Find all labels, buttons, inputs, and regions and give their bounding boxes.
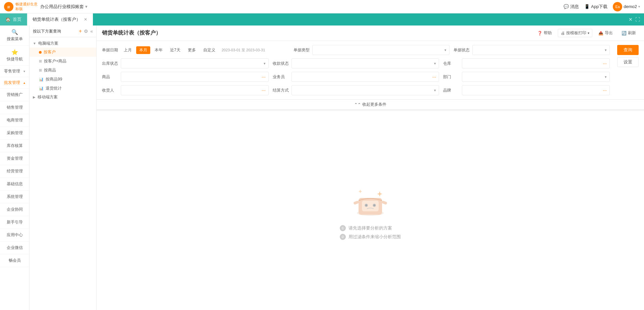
- sidebar-item-cooperation[interactable]: 企业协同: [0, 203, 29, 216]
- page-header: 销货单统计表（按客户） ❓ 帮助 🖨 按模板打印 ▾ 📤 导出 🔄 刷新: [97, 25, 644, 41]
- sidebar-item-search[interactable]: 🔍 搜索菜单: [0, 25, 29, 46]
- sidebar-item-vip[interactable]: 畅会员: [0, 254, 29, 267]
- sidebar-item-wholesale[interactable]: 批发管理 ▴: [0, 77, 29, 89]
- scheme-item-icon-grid2: ⊞: [39, 68, 42, 72]
- content-area: 销货单统计表（按客户） ❓ 帮助 🖨 按模板打印 ▾ 📤 导出 🔄 刷新: [97, 25, 644, 310]
- svg-rect-9: [353, 201, 359, 205]
- tab-bar-actions: ✕ ⛶: [629, 17, 644, 22]
- dept-control[interactable]: ▾: [462, 72, 610, 82]
- filter-consignee: 收货人 ···: [102, 85, 269, 95]
- svg-rect-4: [362, 201, 379, 211]
- consignee-label: 收货人: [102, 88, 119, 93]
- sidebar-item-retail[interactable]: 零售管理 ▾: [0, 66, 29, 77]
- filter-area: 单据日期 上月 本月 本年 近7天 更多 自定义 2023-03-01 至 20…: [97, 41, 644, 100]
- page-actions: ❓ 帮助 🖨 按模板打印 ▾ 📤 导出 🔄 刷新: [535, 29, 639, 41]
- scheme-item-return-stat[interactable]: 📊 退货统计: [30, 84, 96, 93]
- scheme-active-dot: [39, 51, 42, 54]
- sidebar-item-purchase[interactable]: 采购管理: [0, 127, 29, 140]
- brand-label: 品牌: [443, 88, 460, 93]
- top-bar: 好 畅捷通好生意 标版 办公用品行业模拟账套 ▾ 💬 消息 📱 App下载 Ea…: [0, 0, 644, 13]
- settle-control[interactable]: ▾: [291, 85, 439, 95]
- date-this-month-btn[interactable]: 本月: [136, 46, 150, 54]
- filter-employee: 业务员 ···: [273, 72, 439, 82]
- user-menu[interactable]: Ea demo2 ▾: [613, 2, 640, 11]
- sidebar-item-guide[interactable]: 新手引导: [0, 216, 29, 229]
- export-btn[interactable]: 📤 导出: [596, 29, 615, 37]
- sidebar-item-sales-mgmt[interactable]: 销售管理: [0, 101, 29, 114]
- filter-product: 商品 ···: [102, 72, 269, 82]
- employee-control[interactable]: ···: [291, 72, 439, 82]
- date-last-month-btn[interactable]: 上月: [121, 46, 135, 54]
- help-btn[interactable]: ❓ 帮助: [535, 29, 554, 37]
- dept-label: 部门: [443, 74, 460, 80]
- message-btn[interactable]: 💬 消息: [564, 4, 579, 10]
- tab-sales-stat[interactable]: 销货单统计表（按客户） ✕: [27, 13, 93, 25]
- empty-illustration: [350, 181, 390, 218]
- search-btn[interactable]: 查询: [617, 45, 639, 55]
- tip-num-1: ①: [340, 225, 346, 231]
- out-status-arrow-icon: ▾: [264, 61, 266, 66]
- filter-doc-type: 单据类型 ▾: [293, 45, 450, 55]
- out-status-control[interactable]: ▾: [121, 58, 269, 68]
- tab-home[interactable]: 🏠 首页: [0, 13, 27, 25]
- filter-out-status: 出库状态 ▾: [102, 58, 269, 68]
- doc-status-arrow-icon: ▾: [605, 48, 607, 52]
- empty-state: ① 请先选择要分析的方案 ② 用过滤条件来缩小分析范围: [97, 111, 644, 310]
- scheme-group-mobile-title[interactable]: ▶ 移动端方案: [30, 93, 96, 101]
- sidebar-item-basics[interactable]: 基础信息: [0, 178, 29, 191]
- filter-row-3: 商品 ··· 业务员 ···: [102, 72, 610, 82]
- scheme-settings-btn[interactable]: ⚙: [84, 29, 88, 34]
- filter-date: 单据日期 上月 本月 本年 近7天 更多 自定义 2023-03-01 至 20…: [102, 46, 289, 54]
- svg-point-8: [373, 204, 375, 206]
- scheme-group-desktop: ▼ 电脑端方案 按客户 ⊞ 按客户+商品 ⊞ 按商品 📊 按商品99: [30, 39, 96, 93]
- doc-status-control[interactable]: ▾: [472, 45, 610, 55]
- window-maximize-btn[interactable]: ⛶: [635, 17, 640, 22]
- scheme-group-desktop-arrow: ▼: [33, 42, 36, 45]
- window-close-btn[interactable]: ✕: [629, 17, 633, 22]
- refresh-btn[interactable]: 🔄 刷新: [619, 29, 639, 37]
- tip-num-2: ②: [340, 234, 346, 240]
- empty-tip-2: ② 用过滤条件来缩小分析范围: [340, 234, 401, 240]
- product-control[interactable]: ···: [121, 72, 269, 82]
- print-btn[interactable]: 🖨 按模板打印 ▾: [558, 29, 592, 37]
- app-download-btn[interactable]: 📱 App下载: [584, 4, 607, 10]
- sidebar-item-appcenter[interactable]: 应用中心: [0, 229, 29, 242]
- consignee-control[interactable]: ···: [121, 85, 269, 95]
- print-dropdown-icon: ▾: [588, 31, 589, 35]
- doc-type-control[interactable]: ▾: [312, 45, 450, 55]
- scheme-collapse-btn[interactable]: «: [90, 29, 93, 34]
- date-last7-btn[interactable]: 近7天: [167, 46, 183, 54]
- date-more-btn[interactable]: 更多: [185, 46, 199, 54]
- filter-brand: 品牌 ···: [443, 85, 610, 95]
- warehouse-dots-icon[interactable]: ···: [603, 61, 607, 66]
- scheme-item-by-product[interactable]: ⊞ 按商品: [30, 66, 96, 75]
- scheme-item-by-product-99[interactable]: 📊 按商品99: [30, 75, 96, 84]
- date-this-year-btn[interactable]: 本年: [152, 46, 166, 54]
- product-dots-icon[interactable]: ···: [262, 74, 266, 80]
- scheme-group-desktop-title[interactable]: ▼ 电脑端方案: [30, 39, 96, 48]
- warehouse-control[interactable]: ···: [462, 58, 610, 68]
- sidebar-item-ecommerce[interactable]: 电商管理: [0, 114, 29, 127]
- consignee-dots-icon[interactable]: ···: [262, 88, 266, 93]
- scheme-item-by-customer[interactable]: 按客户: [30, 48, 96, 57]
- sidebar-item-operations[interactable]: 经营管理: [0, 165, 29, 178]
- scheme-panel-title: 按以下方案查询: [33, 29, 77, 34]
- date-custom-btn[interactable]: 自定义: [200, 46, 218, 54]
- receipt-status-control[interactable]: ▾: [291, 58, 439, 68]
- sidebar-item-enterprise-wechat[interactable]: 企业微信: [0, 242, 29, 254]
- sidebar-item-quick-nav[interactable]: ⭐ 快捷导航: [0, 46, 29, 66]
- sidebar-item-marketing[interactable]: 营销推广: [0, 89, 29, 101]
- collapse-more-btn[interactable]: ⌃⌃ 收起更多条件: [354, 102, 386, 107]
- brand-dots-icon[interactable]: ···: [603, 88, 607, 93]
- tab-close-icon[interactable]: ✕: [84, 17, 87, 22]
- settings-btn[interactable]: 设置: [617, 57, 639, 67]
- brand-control[interactable]: ···: [462, 85, 610, 95]
- sidebar-item-finance[interactable]: 资金管理: [0, 152, 29, 165]
- filter-settle: 结算方式 ▾: [273, 85, 439, 95]
- breadcrumb-arrow-icon[interactable]: ▾: [85, 4, 88, 9]
- sidebar-item-system[interactable]: 系统管理: [0, 191, 29, 203]
- scheme-item-by-customer-product[interactable]: ⊞ 按客户+商品: [30, 57, 96, 66]
- sidebar-item-inventory[interactable]: 库存核算: [0, 140, 29, 152]
- scheme-add-btn[interactable]: +: [79, 28, 82, 34]
- employee-dots-icon[interactable]: ···: [432, 74, 436, 80]
